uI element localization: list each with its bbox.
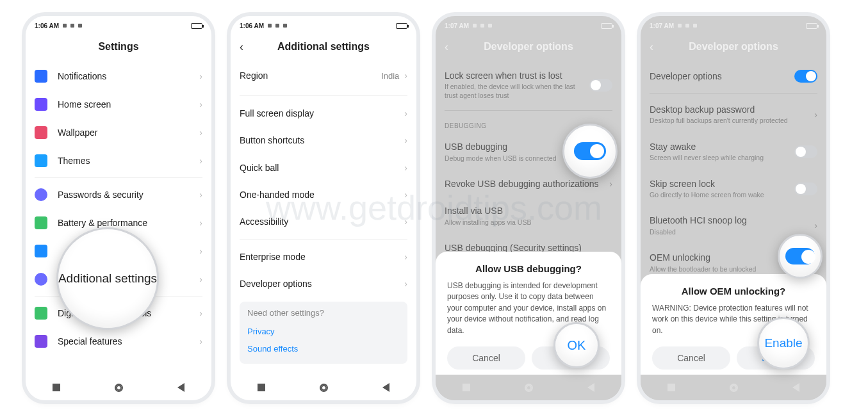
cancel-button[interactable]: Cancel (652, 346, 730, 370)
row-label: Battery & performance (58, 217, 199, 229)
row-desktop-backup[interactable]: Desktop backup passwordDesktop full back… (650, 96, 817, 133)
link-privacy[interactable]: Privacy (247, 323, 400, 340)
row-enterprise[interactable]: Enterprise mode› (240, 243, 407, 270)
row-quick-ball[interactable]: Quick ball› (240, 154, 407, 181)
chevron-right-icon: › (199, 71, 202, 81)
row-home-screen[interactable]: Home screen› (35, 90, 202, 118)
recents-button[interactable] (258, 384, 265, 391)
page-title: Developer options (689, 41, 778, 53)
row-value: India (381, 71, 399, 81)
header: ‹ Developer options (436, 31, 621, 62)
dialog-title: Allow USB debugging? (447, 263, 610, 274)
back-button[interactable] (177, 383, 184, 392)
chevron-right-icon: › (404, 70, 407, 81)
chevron-right-icon: › (199, 156, 202, 166)
toggle-on[interactable] (794, 70, 817, 83)
row-special[interactable]: Special features› (35, 327, 202, 355)
chevron-right-icon: › (199, 246, 202, 256)
home-button[interactable] (115, 384, 123, 392)
ok-magnified: OK (568, 338, 586, 353)
enable-magnified: Enable (764, 336, 802, 350)
back-button[interactable]: ‹ (240, 40, 243, 54)
battery-icon (35, 216, 47, 229)
row-skip-lock[interactable]: Skip screen lockGo directly to Home scre… (650, 170, 817, 208)
recents-button[interactable] (463, 384, 470, 391)
chevron-right-icon: › (404, 252, 407, 262)
row-one-handed[interactable]: One-handed mode› (240, 181, 407, 208)
back-button[interactable]: ‹ (650, 40, 653, 54)
back-button[interactable]: ‹ (445, 40, 448, 54)
back-button[interactable] (382, 383, 389, 392)
battery-icon (396, 23, 407, 29)
header: ‹ Developer options (641, 31, 826, 62)
row-label: One-handed mode (240, 189, 404, 200)
phone-oem-unlock: 1:07 AM ‹ Developer options Developer op… (641, 16, 826, 400)
chevron-right-icon: › (404, 279, 407, 289)
link-sound-effects[interactable]: Sound effects (247, 340, 400, 357)
row-region[interactable]: RegionIndia› (240, 62, 407, 89)
row-label: Developer options (650, 70, 794, 82)
row-label: Wallpaper (58, 127, 199, 138)
magnifier-oem-toggle (778, 234, 823, 279)
row-notifications[interactable]: Notifications› (35, 62, 202, 90)
chevron-right-icon: › (814, 110, 817, 120)
row-subtext: Screen will never sleep while charging (650, 154, 794, 163)
statusbar: 1:07 AM (436, 16, 621, 31)
navbar (436, 375, 621, 400)
row-label: Quick ball (240, 162, 404, 174)
back-button[interactable] (792, 383, 799, 392)
row-themes[interactable]: Themes› (35, 147, 202, 175)
magnifier: Additional settings (56, 227, 159, 330)
row-install-usb[interactable]: Install via USBAllow installing apps via… (445, 197, 612, 234)
row-wallpaper[interactable]: Wallpaper› (35, 118, 202, 147)
home-button[interactable] (525, 384, 533, 392)
recents-button[interactable] (53, 384, 60, 391)
row-button-shortcuts[interactable]: Button shortcuts› (240, 127, 407, 154)
chevron-right-icon: › (404, 135, 407, 145)
row-label: Button shortcuts (240, 134, 404, 146)
chevron-right-icon: › (609, 179, 612, 189)
home-button[interactable] (320, 384, 328, 392)
statusbar: 1:07 AM (641, 16, 826, 31)
row-label: Revoke USB debugging authorizations (445, 178, 609, 190)
row-developer-options-toggle[interactable]: Developer options (650, 62, 817, 90)
row-developer-options[interactable]: Developer options› (240, 270, 407, 297)
usb-toggle-on[interactable]: .mag .toggle.on::after{width:22px;height… (574, 142, 606, 160)
home-button[interactable] (730, 384, 738, 392)
chevron-right-icon: › (199, 308, 202, 318)
row-fullscreen[interactable]: Full screen display› (240, 100, 407, 127)
row-passwords[interactable]: Passwords & security› (35, 181, 202, 209)
navbar (231, 375, 416, 400)
recents-button[interactable] (667, 384, 675, 391)
row-label: Special features (58, 336, 199, 347)
row-label: Stay awake (650, 141, 794, 152)
magnifier-enable: Enable (757, 317, 810, 370)
row-stay-awake[interactable]: Stay awakeScreen will never sleep while … (650, 133, 817, 170)
row-label: Lock screen when trust is lost (445, 70, 589, 81)
globe-icon (35, 273, 47, 286)
toggle-off[interactable] (794, 145, 817, 158)
chevron-right-icon: › (404, 108, 407, 118)
clock: 1:07 AM (650, 22, 674, 29)
row-accessibility[interactable]: Accessibility› (240, 208, 407, 235)
toggle[interactable] (589, 79, 612, 92)
row-label: Accessibility (240, 216, 404, 227)
battery-icon (601, 23, 612, 29)
chevron-right-icon: › (199, 190, 202, 200)
clock: 1:07 AM (445, 22, 469, 29)
statusbar: 1:06 AM (231, 16, 416, 31)
clock: 1:06 AM (35, 22, 59, 29)
back-button[interactable] (587, 383, 594, 392)
phone-additional-settings: 1:06 AM ‹ Additional settings RegionIndi… (231, 16, 416, 400)
cancel-button[interactable]: Cancel (447, 346, 525, 370)
row-subtext: If enabled, the device will lock when th… (445, 83, 589, 100)
battery-icon (806, 23, 817, 29)
statusbar: 1:06 AM (26, 16, 211, 31)
need-title: Need other settings? (247, 308, 400, 318)
row-label: Enterprise mode (240, 251, 404, 263)
row-label: Full screen display (240, 108, 404, 119)
magnifier-ok: OK (553, 322, 600, 368)
row-lock-screen[interactable]: Lock screen when trust is lostIf enabled… (445, 62, 612, 108)
oem-toggle-on[interactable] (785, 248, 815, 264)
toggle-off[interactable] (794, 183, 817, 195)
